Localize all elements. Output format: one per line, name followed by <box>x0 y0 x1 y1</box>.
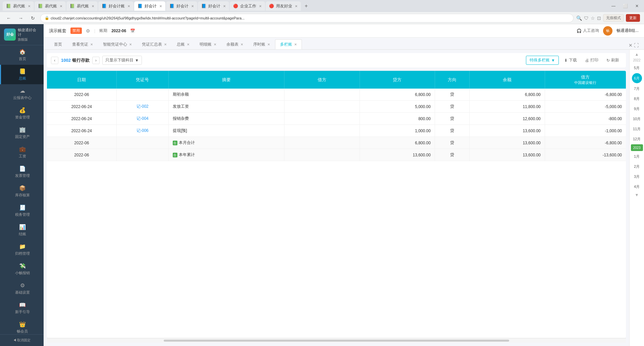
page-tab-close-sequence[interactable]: ✕ <box>267 43 270 46</box>
month-dec-2022[interactable]: 12月 <box>631 134 643 144</box>
cell-voucher[interactable]: 记-006 <box>116 125 168 137</box>
sidebar-item-guide[interactable]: 📖 新手引导 <box>0 298 44 318</box>
sidebar-item-closing[interactable]: 📊 结账 <box>0 220 44 240</box>
back-button[interactable]: ← <box>4 13 13 23</box>
page-tab-balance[interactable]: 余额表 ✕ <box>221 39 248 49</box>
sidebar-item-inventory[interactable]: 📦 库存核算 <box>0 182 44 201</box>
page-tab-close-general[interactable]: ✕ <box>187 43 190 46</box>
month-jul-2022[interactable]: 7月 <box>631 84 643 93</box>
tab-close-8[interactable]: ✕ <box>259 4 262 8</box>
browser-tab-6[interactable]: 📘 好会计 ✕ <box>166 1 197 11</box>
prev-account-button[interactable]: ‹ <box>51 57 58 64</box>
download-button[interactable]: ⬇ 下载 <box>561 56 580 64</box>
star-icon[interactable]: ☆ <box>591 15 595 21</box>
next-account-button[interactable]: › <box>92 57 100 64</box>
sidebar-item-funds[interactable]: 💰 资金管理 <box>0 104 44 123</box>
url-input[interactable]: 🔒 cloud2.chanjet.com/accounting/uh26t264… <box>40 14 574 22</box>
sidebar-item-payroll[interactable]: 💼 工资 <box>0 143 44 162</box>
sidebar-item-cloud-reports[interactable]: ☁ 云报表中心 <box>0 84 44 104</box>
new-tab-button[interactable]: + <box>302 1 311 11</box>
print-button[interactable]: 🖨 打印 <box>582 56 601 64</box>
browser-tab-8[interactable]: 🔴 企业工作 ✕ <box>230 1 265 11</box>
page-tab-sequence[interactable]: 序时账 ✕ <box>248 39 275 49</box>
month-aug-2022[interactable]: 8月 <box>631 94 643 103</box>
sidebar-item-membership[interactable]: 👑 畅会员 <box>0 318 44 334</box>
separator: | <box>94 29 95 33</box>
search-icon[interactable]: 🔍 <box>576 15 582 21</box>
page-tab-general-ledger[interactable]: 总账 ✕ <box>172 39 195 49</box>
sidebar-item-ledger[interactable]: 📒 总账 <box>0 65 44 84</box>
tab-collapse-icon[interactable]: ✕ <box>629 43 633 48</box>
cell-voucher[interactable]: 记-004 <box>116 113 168 125</box>
incognito-mode-button[interactable]: 无痕模式 <box>603 14 624 22</box>
month-oct-2022[interactable]: 10月 <box>631 114 643 123</box>
month-mar-2023[interactable]: 3月 <box>631 172 643 181</box>
browser-tab-1[interactable]: 📗 易代账 ✕ <box>3 1 34 11</box>
sidebar-item-archive[interactable]: 📁 归档管理 <box>0 240 44 259</box>
month-jun-2022[interactable]: 6月 <box>632 73 642 83</box>
page-tab-detail-ledger[interactable]: 明细账 ✕ <box>195 39 221 49</box>
page-tab-close-smart[interactable]: ✕ <box>129 43 132 46</box>
update-button[interactable]: 更新 <box>626 14 640 22</box>
horizontal-scrollbar[interactable] <box>47 338 626 343</box>
browser-tab-5[interactable]: 📘 好会计 ✕ <box>134 1 165 11</box>
minimize-button[interactable]: — <box>609 2 618 10</box>
page-tab-multi-column[interactable]: 多栏账 ✕ <box>275 39 302 49</box>
calendar-icon[interactable]: 📅 <box>130 29 135 33</box>
browser-tab-9[interactable]: 🔴 用友好业 ✕ <box>266 1 301 11</box>
browser-tab-7[interactable]: 📘 好会计 ✕ <box>198 1 229 11</box>
browser-chrome: 📗 易代账 ✕ 📗 易代账 ✕ 📗 易代账 ✕ 📘 好会计账 ✕ 📘 好会计 ✕… <box>0 0 644 12</box>
month-apr-2023[interactable]: 4月 <box>631 182 643 191</box>
sidebar-item-tax[interactable]: 🧾 税务管理 <box>0 201 44 220</box>
extend-icon[interactable]: ⊡ <box>597 15 601 21</box>
page-tab-close-balance[interactable]: ✕ <box>240 43 243 46</box>
close-button[interactable]: ✕ <box>633 2 641 10</box>
page-tab-view-voucher[interactable]: 查看凭证 ✕ <box>67 39 98 49</box>
tab-close-9[interactable]: ✕ <box>295 4 298 8</box>
tab-close-4[interactable]: ✕ <box>127 4 130 8</box>
browser-tab-2[interactable]: 📗 易代账 ✕ <box>35 1 66 11</box>
tab-expand-icon[interactable]: ⛶ <box>634 43 639 48</box>
filter-sub-accounts-button[interactable]: 只显示下级科目 ▼ <box>102 56 142 65</box>
browser-tab-4[interactable]: 📘 好会计账 ✕ <box>98 1 133 11</box>
refresh-button[interactable]: ↻ 刷新 <box>604 56 622 64</box>
month-sep-2022[interactable]: 9月 <box>631 104 643 113</box>
page-tab-close-multi[interactable]: ✕ <box>294 43 297 46</box>
page-tab-close-summary[interactable]: ✕ <box>164 43 167 46</box>
month-nov-2022[interactable]: 11月 <box>631 124 643 134</box>
tab-close-3[interactable]: ✕ <box>92 4 94 8</box>
cell-ext: -1,000.00 <box>545 125 626 137</box>
browser-tab-3[interactable]: 📗 易代账 ✕ <box>66 1 98 11</box>
month-feb-2023[interactable]: 2月 <box>631 162 643 171</box>
special-multi-column-button[interactable]: 特殊多栏账 ▼ <box>526 56 559 65</box>
tab-close-7[interactable]: ✕ <box>223 4 226 8</box>
tab-close-6[interactable]: ✕ <box>191 4 194 8</box>
page-tab-home[interactable]: 首页 <box>49 39 67 49</box>
tab-close-5[interactable]: ✕ <box>159 4 162 8</box>
consult-button[interactable]: 🎧 人工咨询 <box>577 28 599 34</box>
page-tab-smart-voucher[interactable]: 智能凭证中心 ✕ <box>98 39 137 49</box>
settings-gear-icon[interactable]: ⚙ <box>86 28 90 34</box>
month-jan-2023[interactable]: 1月 <box>631 152 643 161</box>
forward-button[interactable]: → <box>16 13 25 23</box>
sidebar-item-settings[interactable]: ⚙ 基础设置 <box>0 279 44 298</box>
cell-ext: -6,800.00 <box>545 89 626 101</box>
sidebar-item-invoice[interactable]: 📄 发票管理 <box>0 162 44 182</box>
tab-close-1[interactable]: ✕ <box>28 4 31 8</box>
calendar-scroll-up[interactable]: ▲ <box>632 51 642 58</box>
page-tab-voucher-summary[interactable]: 凭证汇总表 ✕ <box>137 39 172 49</box>
cell-balance: 13,600.00 <box>470 137 545 149</box>
cell-voucher[interactable]: 记-002 <box>116 101 168 113</box>
month-may-2022[interactable]: 5月 <box>631 63 643 72</box>
reload-button[interactable]: ↻ <box>28 13 38 23</box>
maximize-button[interactable]: ⬜ <box>620 2 631 10</box>
page-tab-close-voucher[interactable]: ✕ <box>90 43 93 46</box>
sidebar-item-home[interactable]: 🏠 首页 <box>0 45 44 65</box>
sidebar-item-expense[interactable]: 💸 小畅报销 <box>0 259 44 279</box>
cell-debit <box>284 149 360 161</box>
page-tab-close-detail[interactable]: ✕ <box>214 43 216 46</box>
tab-close-2[interactable]: ✕ <box>60 4 62 8</box>
calendar-scroll-down[interactable]: ▼ <box>632 192 642 198</box>
sidebar-item-fixed-assets[interactable]: 🏢 固定资产 <box>0 123 44 143</box>
unfix-sidebar-button[interactable]: ◀ 取消固定 <box>3 338 40 343</box>
